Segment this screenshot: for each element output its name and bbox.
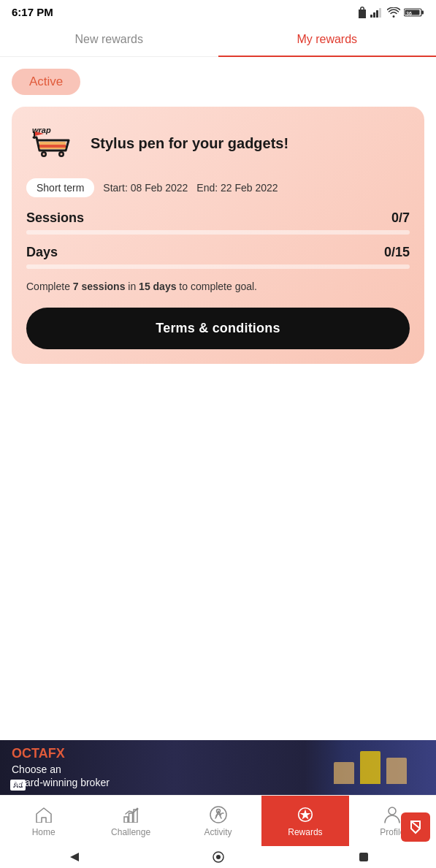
- term-badge: Short term: [26, 178, 94, 197]
- wrap-logo: wrap: [26, 121, 79, 165]
- svg-point-16: [61, 153, 63, 156]
- reward-card: wrap Stylus pen for your gadgets!: [12, 107, 424, 364]
- tab-new-rewards[interactable]: New rewards: [0, 21, 218, 56]
- rewards-icon: [296, 805, 315, 824]
- svg-point-20: [137, 807, 139, 810]
- nav-challenge[interactable]: Challenge: [87, 796, 174, 846]
- battery-icon: 36: [404, 7, 424, 18]
- svg-rect-12: [39, 145, 66, 148]
- card-title: Stylus pen for your gadgets!: [91, 134, 288, 153]
- svg-rect-17: [124, 817, 128, 823]
- svg-rect-28: [359, 853, 368, 861]
- terms-button[interactable]: Terms & conditions: [26, 308, 410, 349]
- svg-rect-5: [421, 10, 424, 14]
- ad-logo: OCTAFX: [12, 746, 110, 761]
- home-icon: [34, 805, 53, 824]
- nav-back-btn[interactable]: [66, 850, 80, 864]
- sessions-progress: Sessions 0/7: [26, 210, 410, 235]
- ad-banner[interactable]: OCTAFX Choose an award-winning broker Ad: [0, 740, 436, 795]
- status-bar: 6:17 PM 36: [0, 0, 436, 21]
- nav-home-btn[interactable]: [211, 850, 226, 864]
- svg-rect-1: [373, 12, 375, 18]
- svg-rect-3: [379, 8, 381, 18]
- nav-recent-btn[interactable]: [356, 850, 371, 864]
- main-content: Active wrap: [0, 57, 436, 364]
- card-header: wrap Stylus pen for your gadgets!: [26, 121, 410, 165]
- wifi-icon: [387, 7, 400, 18]
- days-progress: Days 0/15: [26, 245, 410, 269]
- end-date: End: 22 Feb 2022: [196, 182, 278, 194]
- nav-activity[interactable]: Activity: [175, 796, 261, 846]
- watermark-badge: [401, 812, 430, 842]
- svg-point-15: [43, 153, 45, 156]
- nav-rewards[interactable]: Rewards: [261, 796, 348, 846]
- start-date: Start: 08 Feb 2022: [103, 182, 188, 194]
- trophy-shapes: [334, 751, 407, 784]
- status-icons: 36: [358, 7, 424, 18]
- trophy-2: [360, 751, 380, 784]
- ad-image-area: [305, 740, 436, 795]
- active-badge: Active: [12, 69, 80, 95]
- notification-icon: [358, 7, 367, 18]
- status-time: 6:17 PM: [12, 6, 53, 18]
- svg-point-24: [389, 807, 396, 815]
- nav-home[interactable]: Home: [0, 796, 87, 846]
- svg-rect-2: [376, 10, 378, 18]
- signal-icon: [370, 7, 383, 18]
- svg-marker-25: [70, 853, 79, 861]
- goal-text: Complete 7 sessions in 15 days to comple…: [26, 279, 410, 294]
- days-bar-bg: [26, 264, 410, 269]
- svg-point-27: [216, 855, 221, 859]
- system-nav: [0, 846, 436, 868]
- days-label: Days: [26, 245, 58, 260]
- tab-my-rewards[interactable]: My rewards: [218, 21, 437, 56]
- svg-rect-18: [129, 813, 133, 823]
- svg-rect-0: [370, 15, 372, 18]
- header-tabs: New rewards My rewards: [0, 21, 436, 57]
- wrap-cart-svg: wrap: [26, 121, 79, 165]
- trophy-1: [334, 762, 354, 784]
- sessions-value: 0/7: [391, 210, 410, 226]
- challenge-icon: [121, 805, 140, 824]
- bottom-nav: Home Challenge A: [0, 795, 436, 846]
- watermark-icon: [407, 818, 424, 836]
- trophy-3: [386, 758, 407, 784]
- term-row: Short term Start: 08 Feb 2022 End: 22 Fe…: [26, 178, 410, 197]
- ad-content: OCTAFX Choose an award-winning broker: [12, 746, 110, 789]
- ad-text: Choose an award-winning broker: [12, 763, 110, 789]
- profile-icon: [383, 805, 402, 824]
- svg-rect-9: [34, 132, 35, 139]
- sessions-bar-bg: [26, 230, 410, 235]
- activity-icon: [209, 805, 228, 824]
- svg-text:36: 36: [406, 11, 412, 16]
- sessions-label: Sessions: [26, 210, 84, 226]
- days-value: 0/15: [384, 245, 410, 260]
